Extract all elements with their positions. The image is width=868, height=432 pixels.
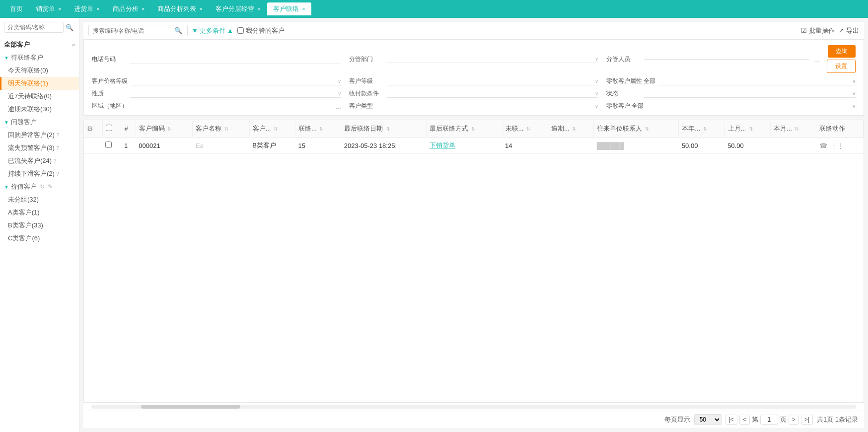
filter-scatter-cust-label: 零散客户 全部: [606, 102, 644, 110]
all-customers-header[interactable]: 全部客户 «: [0, 37, 79, 51]
sidebar-item-declining[interactable]: 持续下滑客户(2) ?: [0, 167, 79, 180]
select-all-checkbox[interactable]: [106, 125, 112, 131]
nature-chevron: ∨: [338, 91, 341, 96]
action-phone-icon[interactable]: ☎: [819, 142, 827, 149]
my-customer-checkbox[interactable]: [237, 27, 244, 34]
filter-cust-grade-row: 客户等级 ∨: [349, 77, 598, 85]
col-checkbox[interactable]: [102, 120, 121, 138]
col-contact[interactable]: 联络... ⇅: [295, 120, 341, 138]
filter-nature-select[interactable]: ∨: [130, 90, 341, 98]
filter-price-grade-select[interactable]: ∨: [131, 77, 341, 85]
sidebar-item-today[interactable]: 今天待联络(0): [0, 64, 79, 77]
cell-action[interactable]: ☎ ⋮⋮: [816, 138, 864, 154]
more-filter-label: 更多条件: [200, 26, 225, 35]
sidebar-item-c-class[interactable]: C类客户(6): [0, 232, 79, 245]
horizontal-scrollbar[interactable]: [83, 403, 864, 411]
sidebar-item-churned[interactable]: 已流失客户(24) ?: [0, 154, 79, 167]
col-this-month[interactable]: 本月... ⇅: [770, 120, 816, 138]
nav-home[interactable]: 首页: [4, 2, 29, 15]
page-suffix: 页: [780, 415, 787, 424]
refresh-icon[interactable]: ↻: [40, 183, 45, 190]
nav-customer-contact[interactable]: 客户联络 ×: [267, 2, 311, 15]
more-filter-chevron: ▲: [227, 27, 233, 34]
filter-cust-type-select[interactable]: ∨: [387, 102, 598, 110]
filter-status-select[interactable]: ∨: [644, 90, 856, 98]
region-dots-icon[interactable]: ...: [335, 102, 341, 110]
batch-op-btn[interactable]: ☑ 批量操作: [801, 26, 835, 35]
nav-customer-tier[interactable]: 客户分层经营 ×: [210, 2, 266, 15]
filter-search-icon[interactable]: 🔍: [174, 27, 182, 34]
sidebar-item-abnormal-repurchase[interactable]: 回购异常客户(2) ?: [0, 129, 79, 142]
filter-payment-label: 收付款条件: [349, 89, 384, 98]
sidebar-search-input[interactable]: [4, 22, 64, 33]
col-unlinkd[interactable]: 未联... ⇅: [502, 120, 548, 138]
nav-product-list-close[interactable]: ×: [199, 6, 202, 12]
col-overdue[interactable]: 逾期... ⇅: [548, 120, 593, 138]
filter-phone-input[interactable]: [130, 55, 341, 64]
row-checkbox[interactable]: [105, 142, 112, 148]
sidebar-item-7days[interactable]: 近7天待联络(0): [0, 90, 79, 103]
collapse-icon[interactable]: «: [72, 42, 75, 48]
filter-scatter-cust-select[interactable]: ∨: [647, 102, 856, 110]
nav-customer-contact-label: 客户联络: [273, 4, 299, 13]
col-code[interactable]: 客户编码 ⇅: [136, 120, 192, 138]
filter-cust-grade-select[interactable]: ∨: [387, 77, 598, 85]
nav-customer-contact-close[interactable]: ×: [302, 6, 305, 12]
sidebar-item-ungroup[interactable]: 未分组(32): [0, 193, 79, 206]
col-last-date[interactable]: 最后联络日期 ⇅: [341, 120, 427, 138]
table-footer: 每页显示 50 100 200 |< < 第 页 > >| 共1页 1条记录: [83, 411, 864, 428]
action-more-icon[interactable]: ⋮⋮: [831, 142, 844, 149]
query-btn[interactable]: 查询: [828, 45, 856, 58]
col-contact-person[interactable]: 往来单位联系人 ⇅: [594, 120, 679, 138]
group-problem-customer[interactable]: ▼ 问题客户: [0, 116, 79, 129]
sidebar-item-overdue[interactable]: 逾期未联络(30): [0, 103, 79, 116]
page-last-btn[interactable]: >|: [801, 415, 813, 425]
col-last-month[interactable]: 上月... ⇅: [724, 120, 770, 138]
filter-dept-select[interactable]: ∨: [387, 55, 598, 63]
col-type[interactable]: 客户... ⇅: [249, 120, 295, 138]
group-pending-label: 待联络客户: [11, 53, 43, 62]
sidebar-item-churn-warning[interactable]: 流失预警客户(3) ?: [0, 142, 79, 154]
page-prev-btn[interactable]: <: [739, 415, 750, 425]
more-filter-btn[interactable]: ▼ 更多条件 ▲: [192, 26, 233, 35]
col-gear[interactable]: ⚙: [84, 120, 102, 138]
nav-purchase[interactable]: 进货单 ×: [68, 2, 105, 15]
table-gear-icon[interactable]: ⚙: [87, 125, 93, 133]
nav-sales[interactable]: 销货单 ×: [30, 2, 67, 15]
nav-product-analysis[interactable]: 商品分析 ×: [107, 2, 150, 15]
cell-checkbox[interactable]: [102, 138, 121, 154]
nav-customer-tier-close[interactable]: ×: [257, 6, 260, 12]
export-btn[interactable]: ↗ 导出: [839, 26, 859, 35]
col-name[interactable]: 客户名称 ⇅: [193, 120, 249, 138]
setting-btn[interactable]: 设置: [827, 60, 856, 73]
sidebar-item-a-class[interactable]: A类客户(1): [0, 206, 79, 219]
col-last-method[interactable]: 最后联络方式 ⇅: [427, 120, 502, 138]
nav-purchase-close[interactable]: ×: [96, 6, 99, 12]
sidebar-search-icon[interactable]: 🔍: [66, 24, 73, 31]
col-this-year[interactable]: 本年... ⇅: [679, 120, 724, 138]
filter-search-input[interactable]: [93, 27, 172, 34]
cell-last-method[interactable]: 下销货单: [427, 138, 502, 154]
group-pending-contact[interactable]: ▼ 待联络客户: [0, 51, 79, 64]
nav-home-label: 首页: [10, 4, 23, 13]
page-input[interactable]: [760, 415, 778, 425]
group-value-customer[interactable]: ▼ 价值客户 ↻ ✎: [0, 180, 79, 193]
sidebar-item-b-class[interactable]: B类客户(33): [0, 219, 79, 232]
page-first-btn[interactable]: |<: [725, 415, 737, 425]
price-grade-chevron: ∨: [338, 78, 341, 84]
top-nav: 首页 销货单 × 进货单 × 商品分析 × 商品分析列表 × 客户分层经营 × …: [0, 0, 868, 18]
nav-sales-close[interactable]: ×: [58, 6, 61, 12]
nav-product-analysis-close[interactable]: ×: [142, 6, 145, 12]
filter-payment-select[interactable]: ∨: [387, 90, 598, 98]
nav-purchase-label: 进货单: [74, 4, 93, 13]
edit-icon[interactable]: ✎: [48, 183, 53, 190]
scrollbar-thumb[interactable]: [141, 405, 240, 409]
filter-scatter-attr-select[interactable]: ∨: [658, 77, 856, 85]
nav-product-list[interactable]: 商品分析列表 ×: [151, 2, 208, 15]
content-area: 🔍 ▼ 更多条件 ▲ 我分管的客户 ☑ 批量操作 ↗ 导出: [79, 18, 868, 432]
per-page-select[interactable]: 50 100 200: [694, 414, 722, 425]
sidebar-item-tomorrow[interactable]: 明天待联络(1): [0, 77, 79, 90]
cell-this-year: 50.00: [679, 138, 724, 154]
person-dots-icon[interactable]: ...: [814, 55, 820, 63]
page-next-btn[interactable]: >: [789, 415, 799, 425]
